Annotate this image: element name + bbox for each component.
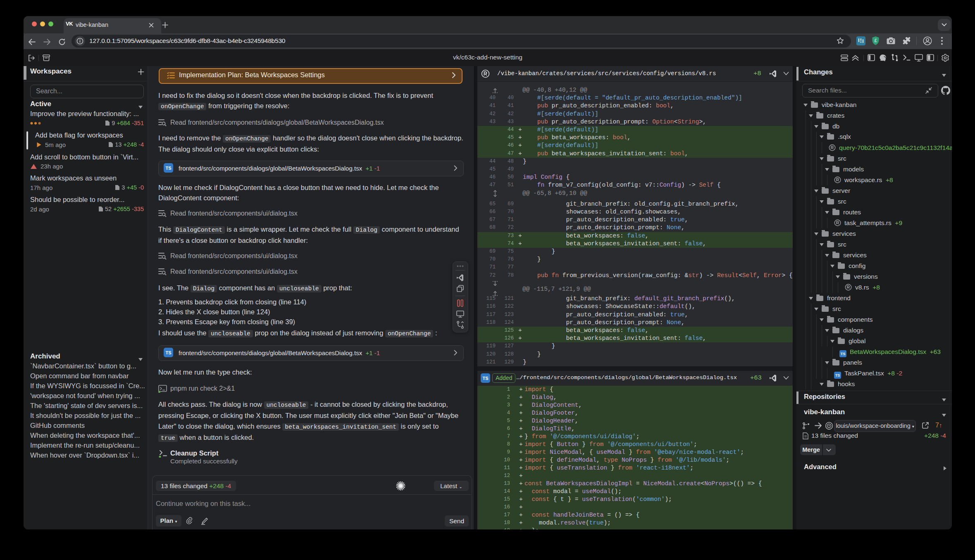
svg-text:£: £ [874, 38, 877, 43]
